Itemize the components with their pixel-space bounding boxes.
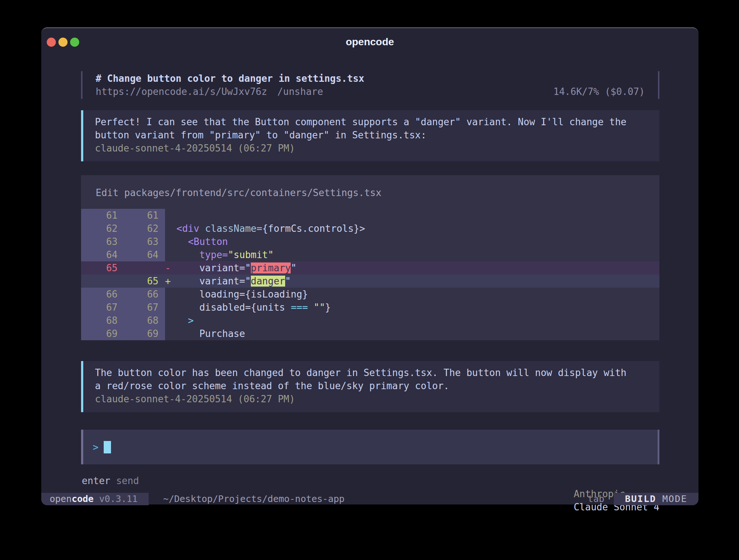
new-line-number: 66 <box>118 288 165 301</box>
session-header: # Change button color to danger in setti… <box>81 71 659 99</box>
app-name-regular: open <box>50 493 72 505</box>
diff-row: 6868 > <box>81 314 659 327</box>
diff-row: 6969 Purchase <box>81 327 659 340</box>
new-line-number: 62 <box>118 222 165 235</box>
tab-key-hint[interactable]: tab <box>588 493 604 505</box>
mode-label-rest: MODE <box>656 493 687 505</box>
assistant-message: The button color has been changed to dan… <box>81 361 659 412</box>
new-line-number <box>118 261 165 275</box>
old-line-number: 69 <box>81 327 118 340</box>
new-line-number: 68 <box>118 314 165 327</box>
opencode-window: opencode # Change button color to danger… <box>41 27 698 505</box>
new-line-number: 67 <box>118 301 165 314</box>
window-title: opencode <box>41 35 698 49</box>
app-version-chip: open code v0.3.11 <box>41 493 149 505</box>
diff-code-line: + variant="danger" <box>165 275 659 288</box>
assistant-message-meta: claude-sonnet-4-20250514 (06:27 PM) <box>95 392 648 406</box>
diff-row: 6262 <div className={formCs.controls}> <box>81 222 659 235</box>
old-line-number: 64 <box>81 248 118 261</box>
session-subheader: https://opencode.ai/s/UwJxv76z /unshare … <box>96 85 645 98</box>
diff-row: 6767 disabled={units === ""} <box>81 301 659 314</box>
new-line-number: 64 <box>118 248 165 261</box>
share-url-link[interactable]: https://opencode.ai/s/UwJxv76z <box>96 85 267 98</box>
desktop-background: opencode # Change button color to danger… <box>0 0 739 560</box>
unshare-command[interactable]: /unshare <box>277 85 323 98</box>
assistant-message-meta: claude-sonnet-4-20250514 (06:27 PM) <box>95 142 648 155</box>
diff-row: 6666 loading={isLoading} <box>81 288 659 301</box>
prompt-input[interactable]: > <box>81 430 659 464</box>
old-line-number: 66 <box>81 288 118 301</box>
token-usage-cost: 14.6K/7% ($0.07) <box>554 85 645 98</box>
mode-label-bold: BUILD <box>625 493 656 505</box>
diff-row: 6464 type="submit" <box>81 248 659 261</box>
assistant-message-text: Perfect! I can see that the Button compo… <box>95 115 648 142</box>
build-mode-chip[interactable]: BUILD MODE <box>614 493 698 505</box>
old-line-number: 65 <box>81 261 118 275</box>
project-path: ~/Desktop/Projects/demo-notes-app <box>163 493 345 505</box>
status-bar: open code v0.3.11 ~/Desktop/Projects/dem… <box>41 493 698 505</box>
new-line-number: 61 <box>118 209 165 222</box>
diff-rows: 61616262 <div className={formCs.controls… <box>81 209 659 340</box>
diff-code-line: - variant="primary" <box>165 261 659 275</box>
diff-row: 6161 <box>81 209 659 222</box>
new-line-number: 65 <box>118 275 165 288</box>
text-cursor <box>104 441 111 453</box>
edit-tool-block: Edit packages/frontend/src/containers/Se… <box>81 175 659 340</box>
diff-code-line: > <box>165 314 659 327</box>
session-title: # Change button color to danger in setti… <box>96 72 645 85</box>
diff-code-line <box>165 209 659 222</box>
diff-code-line: loading={isLoading} <box>165 288 659 301</box>
new-line-number: 63 <box>118 235 165 248</box>
diff-code-line: type="submit" <box>165 248 659 261</box>
diff-code-line: <div className={formCs.controls}> <box>165 222 659 235</box>
diff-row: 65- variant="primary" <box>81 261 659 275</box>
assistant-message: Perfect! I can see that the Button compo… <box>81 110 659 161</box>
diff-code-line: disabled={units === ""} <box>165 301 659 314</box>
prompt-chevron: > <box>93 441 99 454</box>
old-line-number <box>81 275 118 288</box>
diff-row: 65+ variant="danger" <box>81 275 659 288</box>
diff-code-line: <Button <box>165 235 659 248</box>
old-line-number: 63 <box>81 235 118 248</box>
edit-file-path: Edit packages/frontend/src/containers/Se… <box>81 175 659 209</box>
old-line-number: 68 <box>81 314 118 327</box>
app-version: v0.3.11 <box>93 493 137 505</box>
assistant-message-text: The button color has been changed to dan… <box>95 366 648 392</box>
diff-code-line: Purchase <box>165 327 659 340</box>
old-line-number: 62 <box>81 222 118 235</box>
old-line-number: 67 <box>81 301 118 314</box>
diff-row: 6363 <Button <box>81 235 659 248</box>
new-line-number: 69 <box>118 327 165 340</box>
old-line-number: 61 <box>81 209 118 222</box>
app-name-bold: code <box>72 493 93 505</box>
